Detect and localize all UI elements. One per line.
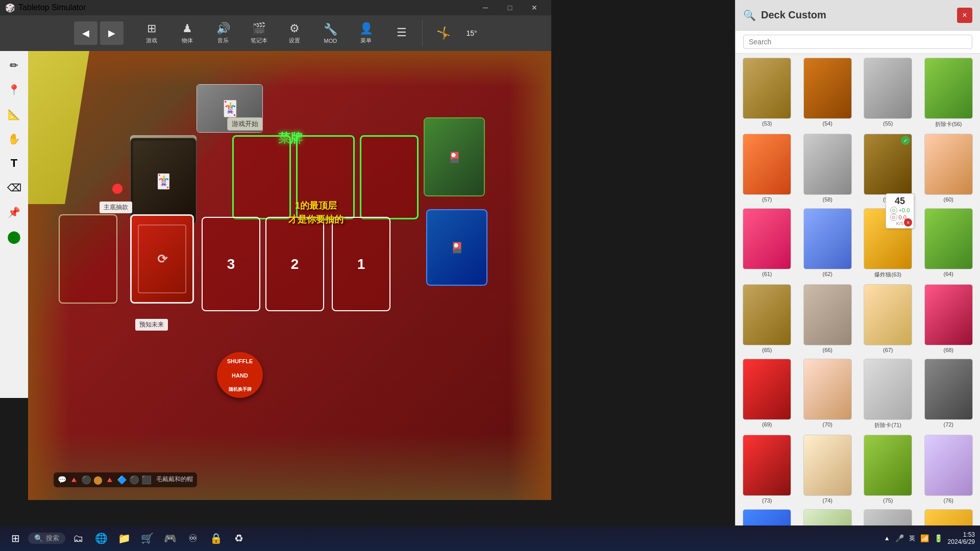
- card-label-74: (74): [822, 497, 832, 504]
- card-item-54[interactable]: (54): [799, 56, 857, 130]
- toolbar-settings[interactable]: ⚙ 设置: [277, 15, 312, 51]
- card-thumb-68: [924, 284, 973, 345]
- card-item-60[interactable]: (60): [920, 132, 978, 204]
- pen-tool-button[interactable]: ✏: [3, 54, 26, 77]
- bottom-slot-2[interactable]: 2: [265, 217, 324, 311]
- shuffle-hand-button[interactable]: SHUFFLE HAND 随机换手牌: [217, 352, 263, 398]
- search-input[interactable]: [743, 35, 972, 49]
- card-item-58[interactable]: (58): [799, 132, 857, 204]
- card-item-57[interactable]: (57): [738, 132, 796, 204]
- bottom-icon-4[interactable]: 🔺: [105, 475, 115, 485]
- card-label-72: (72): [943, 421, 953, 428]
- overlay-card[interactable]: 🎴: [424, 117, 485, 196]
- upper-card-deck[interactable]: 🃏: [130, 138, 197, 224]
- card-thumb-73: [743, 435, 791, 496]
- ruler-tool-button[interactable]: 📐: [3, 103, 26, 126]
- taskbar-files-icon[interactable]: 🗂: [68, 528, 88, 548]
- card-label-62: (62): [822, 271, 832, 277]
- card-item-67[interactable]: (67): [859, 283, 917, 355]
- toolbar-mod[interactable]: 🔧 MOD: [312, 15, 348, 51]
- object-icon: ♟: [182, 22, 192, 35]
- taskbar-folder-icon[interactable]: 📁: [114, 528, 134, 548]
- card-thumb-64: [924, 208, 973, 269]
- card-thumb-60: [924, 134, 973, 195]
- card-thumb-62: [803, 208, 852, 269]
- text-tool-button[interactable]: T: [3, 152, 26, 175]
- taskbar-search-icon: 🔍: [34, 534, 43, 542]
- card-item-62[interactable]: (62): [799, 207, 857, 280]
- card-item-56[interactable]: 折除卡(56): [920, 56, 978, 130]
- forward-button[interactable]: ▶: [100, 21, 124, 45]
- bottom-icon-6[interactable]: ⚫: [129, 475, 139, 485]
- toolbar-music[interactable]: 🔊 音乐: [205, 15, 241, 51]
- card-item-63[interactable]: 45⊙+0.0⊙0.0K/S×爆炸猫(63): [859, 207, 917, 280]
- maximize-button[interactable]: □: [498, 0, 522, 15]
- card-item-64[interactable]: (64): [920, 207, 978, 280]
- card-grid: (53)(54)(55)折除卡(56)(57)(58)✓(59)(60)(61)…: [736, 54, 980, 551]
- bottom-icon-1[interactable]: 🔺: [69, 475, 79, 485]
- minimize-button[interactable]: ─: [474, 0, 497, 15]
- start-button[interactable]: ⊞: [5, 528, 26, 548]
- card-back-inner: ⟳: [138, 224, 186, 293]
- toolbar-game[interactable]: ⊞ 游戏: [134, 15, 169, 51]
- chat-bar: 💬 🔺 ⚫ ⬤ 🔺 🔷 ⚫ ⬛ 毛戴戴和的帽: [54, 472, 197, 487]
- deck-label-popup: 主底抽款: [100, 202, 132, 213]
- card-label-57: (57): [762, 196, 772, 203]
- card-item-72[interactable]: (72): [920, 357, 978, 431]
- card-item-68[interactable]: (68): [920, 283, 978, 355]
- card-item-69[interactable]: (69): [738, 357, 796, 431]
- taskbar-store-icon[interactable]: 🛒: [137, 528, 157, 548]
- pin-tool-button[interactable]: 📍: [3, 78, 26, 102]
- empty-slot-left[interactable]: [59, 214, 117, 304]
- card-item-71[interactable]: 折除卡(71): [859, 357, 917, 431]
- card-item-66[interactable]: (66): [799, 283, 857, 355]
- taskbar-chevron[interactable]: ▲: [884, 535, 890, 542]
- main-card-deck[interactable]: ⟳: [130, 214, 194, 304]
- toolbar-object[interactable]: ♟ 物体: [169, 15, 205, 51]
- object-label: 物体: [182, 37, 193, 44]
- card-thumb-67: [864, 284, 912, 345]
- bottom-slot-3[interactable]: 3: [202, 217, 260, 311]
- back-button[interactable]: ◀: [74, 21, 97, 45]
- taskbar-app-icon[interactable]: 🔒: [206, 528, 226, 548]
- card-item-61[interactable]: (61): [738, 207, 796, 280]
- card-item-65[interactable]: (65): [738, 283, 796, 355]
- taskbar-search[interactable]: 🔍 搜索: [28, 533, 65, 544]
- tooltip-close-icon[interactable]: ×: [904, 218, 912, 227]
- bottom-icon-7[interactable]: ⬛: [141, 475, 152, 485]
- card-item-76[interactable]: (76): [920, 433, 978, 505]
- bottom-slot-1[interactable]: 1: [332, 217, 390, 311]
- toolbar-face[interactable]: 👤 菜单: [348, 15, 384, 51]
- taskbar: ⊞ 🔍 搜索 🗂 🌐 📁 🛒 🎮 ♾ 🔒 ♻ ▲ 🎤 英 📶 🔋 1:53 20…: [0, 525, 980, 551]
- panel-close-button[interactable]: ×: [957, 8, 972, 23]
- card-item-74[interactable]: (74): [799, 433, 857, 505]
- close-window-button[interactable]: ✕: [523, 0, 546, 15]
- bottom-icon-5[interactable]: 🔷: [117, 475, 127, 485]
- taskbar-steam-icon[interactable]: ♾: [183, 528, 203, 548]
- left-tools-panel: ✏ 📍 📐 ✋ T ⌫ 📌 ⬤: [0, 51, 28, 398]
- overlay-card-2[interactable]: 🎴: [426, 209, 487, 286]
- notepad-label: 笔记本: [251, 37, 267, 44]
- card-item-75[interactable]: (75): [859, 433, 917, 505]
- taskbar-game-icon[interactable]: 🎮: [160, 528, 180, 548]
- taskbar-extra-icon[interactable]: ♻: [229, 528, 249, 548]
- card-label-71: 折除卡(71): [874, 421, 901, 429]
- taskbar-browser-icon[interactable]: 🌐: [91, 528, 111, 548]
- toolbar-menu[interactable]: ☰: [384, 15, 420, 51]
- green-slot-1[interactable]: [232, 135, 291, 219]
- card-thumb-55: [864, 58, 912, 119]
- marker-tool-button[interactable]: 📌: [3, 201, 26, 224]
- bottom-icon-3[interactable]: ⬤: [93, 475, 103, 485]
- toolbar-mode[interactable]: 🤸: [425, 15, 461, 51]
- hand-tool-button[interactable]: ✋: [3, 127, 26, 151]
- circle-tool-button[interactable]: ⬤: [3, 225, 26, 248]
- bottom-icon-2[interactable]: ⚫: [81, 475, 91, 485]
- card-item-73[interactable]: (73): [738, 433, 796, 505]
- card-item-53[interactable]: (53): [738, 56, 796, 130]
- green-slot-3[interactable]: [360, 135, 419, 219]
- toolbar-notepad[interactable]: 🎬 笔记本: [241, 15, 277, 51]
- eraser-tool-button[interactable]: ⌫: [3, 176, 26, 199]
- card-thumb-58: [803, 134, 852, 195]
- card-item-70[interactable]: (70): [799, 357, 857, 431]
- card-item-55[interactable]: (55): [859, 56, 917, 130]
